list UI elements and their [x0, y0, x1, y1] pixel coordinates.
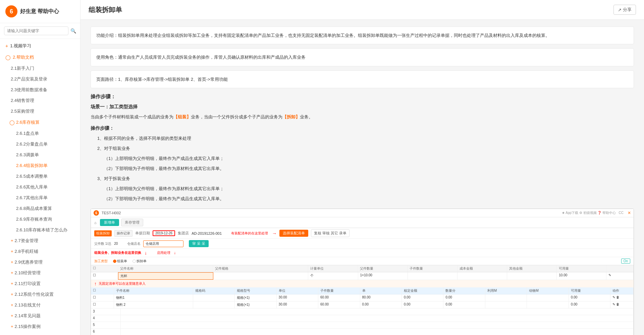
arrow-up-icon: ↑ [94, 281, 97, 286]
step2-2: （2）下部明细为子件明细，最终作为原材料生成其它出库单。 [91, 164, 634, 173]
sidebar-item-265[interactable]: 2.6.5成本调整单 [0, 171, 80, 182]
td2-r1-ops[interactable]: ✎ 🗑 [610, 294, 634, 301]
sidebar-item-212[interactable]: +2.12系统个性化设置 [0, 289, 80, 300]
td2-r1-animalm [527, 294, 569, 301]
sidebar-item-26[interactable]: ◯ 2.6库存核算 [0, 117, 80, 128]
ss-tab-new[interactable]: 新增单 [100, 219, 119, 226]
th2-available: 可用量 [569, 287, 610, 294]
ss-close-icon[interactable]: ✕ [628, 211, 631, 215]
td2-r2-ops[interactable]: ✎ 🗑 [610, 301, 634, 308]
sidebar-item-263[interactable]: 2.6.3调拨单 [0, 150, 80, 160]
sidebar-item-215[interactable]: +2.15操作案例 [0, 321, 80, 332]
sidebar-item-23[interactable]: 2.3使用前数据准备 [0, 85, 80, 95]
sidebar-item-27[interactable]: +2.7资金管理 [0, 235, 80, 246]
td-parent-name[interactable]: 光杯 [118, 272, 213, 280]
td2-r1-unit2: 80.00 [360, 294, 402, 301]
ops-steps-title: 操作步骤： [91, 125, 634, 131]
search-input[interactable] [4, 26, 68, 35]
step3-1: （1）上部明细为父件明细，最终作为原材料生成其它出库单； [91, 184, 634, 193]
sidebar-item-label: 2.帮助文档 [13, 54, 34, 60]
nav-section: + 1.视频学习 ◯ 2.帮助文档 2.1新手入门 2.2产品安装及登录 2.3… [0, 39, 80, 333]
td2-r2-avail: 0.00 [569, 301, 610, 308]
sidebar-item-24[interactable]: 2.4销售管理 [0, 95, 80, 106]
td-unit: 个 [308, 272, 358, 280]
search-icon[interactable]: 🔍 [70, 28, 76, 34]
sidebar-item-25[interactable]: 2.5采购管理 [0, 106, 80, 117]
sidebar-item-21[interactable]: 2.1新手入门 [0, 63, 80, 74]
th-checkbox: ☐ [91, 265, 118, 272]
main-content: 组装拆卸单 ↗ 分享 功能介绍：组装拆卸单用来处理企业组装或拆卸等加工业务，支持… [80, 0, 644, 335]
ss-radio-assembly[interactable]: 组装单 [113, 259, 127, 264]
sidebar-item-211[interactable]: +2.11打印设置 [0, 278, 80, 289]
sidebar-item-261[interactable]: 2.6.1盘点单 [0, 128, 80, 139]
td-other [507, 272, 557, 280]
arrow-down-icon: ↓ [145, 250, 147, 256]
logo-text: 好生意 帮助中心 [20, 8, 59, 15]
radio-filled-icon [113, 260, 116, 263]
th-available: 可用量 [557, 265, 606, 272]
th-parent-name: 父件名称 [118, 265, 213, 272]
sidebar-item-213[interactable]: +2.13在线支付 [0, 300, 80, 311]
step3-2: （2）下部明细为子件明细，最终作为产成品生成其它入库单。 [91, 194, 634, 203]
ss-type-row: 组装业务、拆卸业务在这里切换 ↓ 启用处理 ↓ [91, 249, 634, 257]
td2-r2-animalm [527, 301, 569, 308]
ss-date-label: 单据日期 [135, 231, 150, 236]
sidebar-item-210[interactable]: +2.10经营管理 [0, 268, 80, 278]
ss-tab-inventory[interactable]: 库存管理 [121, 219, 143, 226]
sidebar-item-28[interactable]: +2.8手机旺铺 [0, 246, 80, 257]
sidebar-item-22[interactable]: 2.2产品安装及登录 [0, 74, 80, 85]
intro-block-2: 使用角色：通常由生产人员或库管人员完成拆装业务的操作，库管人员确认原材料的出库和… [91, 48, 634, 66]
type-label: 加工类型 [94, 259, 108, 264]
ss-date-value: 2019-12-26 [153, 230, 175, 236]
td-parent-spec [213, 272, 308, 280]
sidebar-item-264[interactable]: 2.6.4组装拆卸单 [0, 160, 80, 171]
th-other: 其他金额 [507, 265, 557, 272]
page-title: 组装拆卸单 [89, 5, 122, 14]
ss-extra-btn[interactable]: 复核 审核 其它 录单 [311, 229, 350, 237]
share-button[interactable]: ↗ 分享 [613, 5, 636, 15]
th2-animal-m: 动物M [527, 287, 569, 294]
ss-add-btn[interactable]: 组装拆卸 [94, 230, 112, 236]
td2-r2-checkbox[interactable]: ☐ [91, 301, 114, 308]
sidebar-item-214[interactable]: +2.14常见问题 [0, 311, 80, 321]
logo-area: 6 好生意 帮助中心 [0, 0, 80, 23]
ss-radio-disassembly[interactable]: 拆卸单 [132, 259, 147, 264]
ss-form-row: 组装拆卸 操作记录 单据日期 2019-12-26 集团店 AD-2019122… [91, 228, 634, 239]
sidebar-item-267[interactable]: 2.6.7其他出库单 [0, 192, 80, 203]
td-cost [458, 272, 507, 280]
sidebar-item-docs[interactable]: ◯ 2.帮助文档 [0, 52, 80, 63]
ss-confirm-btn[interactable]: 审 采 采 [189, 240, 209, 247]
minus-icon: ◯ [5, 55, 11, 60]
sidebar-item-video[interactable]: + 1.视频学习 [0, 40, 80, 52]
th-ops [606, 265, 634, 272]
ss-store-select[interactable]: 仓储店用 [143, 240, 183, 247]
ss-icons: ★ App下载 ⚙ 初级视频 ❓ 帮助中心 CC [562, 211, 624, 215]
td2-r1-childqty: 60.00 [318, 294, 360, 301]
td2-r1-checkbox[interactable]: ☐ [91, 294, 114, 301]
ss-upper-table: ☐ 父件名称 父件规格 计量单位 父件数量 子件数量 成本金额 其他金额 可用量… [91, 265, 634, 280]
ss-sub-row-6: 6 [91, 329, 634, 335]
ss-list-btn[interactable]: 操作记录 [114, 230, 132, 237]
ss-process-btn[interactable]: 选择装配清单 [279, 230, 308, 237]
ss-upper-header: ☐ 父件名称 父件规格 计量单位 父件数量 子件数量 成本金额 其他金额 可用量 [91, 265, 634, 272]
content-area: 功能介绍：组装拆卸单用来处理企业组装或拆卸等加工业务，支持有固定装配清单的产品加… [80, 20, 644, 335]
ss-title: TEST-H002 [102, 211, 121, 215]
sidebar-item-266[interactable]: 2.6.6其他入库单 [0, 182, 80, 192]
td2-r2-qty: 0.00 [443, 301, 485, 308]
td-checkbox[interactable]: ☐ [91, 272, 118, 280]
sidebar-item-268[interactable]: 2.6.8商品成本重算 [0, 203, 80, 214]
scene1-title: 场景一：加工类型选择 [91, 104, 634, 110]
td2-r2-usem [485, 301, 527, 308]
th2-unit-price: 单 [360, 287, 402, 294]
sidebar-item-262[interactable]: 2.6.2分量盘点单 [0, 139, 80, 150]
td2-r2-fixed: 0.00 [402, 301, 443, 308]
td2-r1-speccode [193, 294, 235, 301]
ss-qty-row: 父件数 1/总 20 仓储店名 仓储店用 审 采 采 [91, 239, 634, 249]
sidebar-item-29[interactable]: +2.9优惠券管理 [0, 257, 80, 268]
sidebar-item-269[interactable]: 2.6.9库存账本查询 [0, 214, 80, 225]
path-block: 页面路径：1、库存核算->库存管理->组装拆卸单 2、首页->常用功能 [91, 70, 634, 88]
ss-enable-toggle[interactable]: On [621, 259, 630, 264]
ss-lower-header: ☐ 子件名称 规格码 规格型号 单位 子件数量 单 核定金额 数量分 利用M 动… [91, 287, 634, 294]
annotation-text-1: 有装配清单的在这里处理 [231, 231, 268, 236]
sidebar-item-2610[interactable]: 2.6.10库存账本错了怎么办 [0, 225, 80, 235]
